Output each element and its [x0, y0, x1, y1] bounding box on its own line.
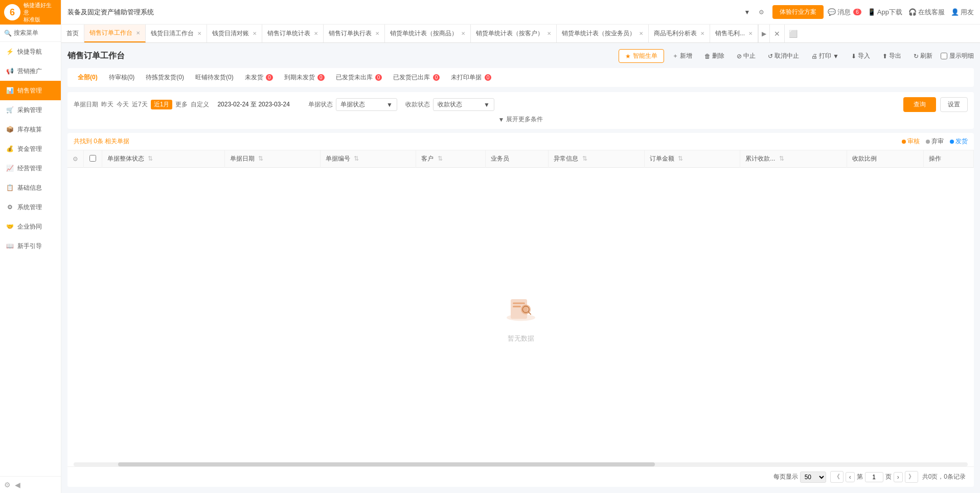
show-detail-label[interactable]: 显示明细: [941, 52, 974, 60]
col-header-collected[interactable]: 累计收款... ⇅: [740, 150, 847, 168]
sub-tab-shipped-not-out[interactable]: 已发货未出库 0: [331, 71, 388, 84]
horizontal-scrollbar[interactable]: [74, 462, 968, 466]
date-7days[interactable]: 近7天: [132, 100, 148, 109]
tab-cash-reconcile[interactable]: 钱货日清对账 ✕: [207, 25, 262, 42]
sub-tab-shop-pending[interactable]: 旺铺待发货(0): [190, 71, 239, 84]
logo-icon: 6: [4, 4, 20, 20]
page-prev-button[interactable]: ‹: [846, 472, 855, 482]
setting-button[interactable]: 设置: [940, 97, 968, 112]
sub-tab-unshipped[interactable]: 未发货 0: [240, 71, 278, 84]
sub-tab-shipped-out[interactable]: 已发货已出库 0: [388, 71, 445, 84]
sub-tab-pending-review[interactable]: 待审核(0): [104, 71, 140, 84]
unreview-action-button[interactable]: 弃审: [926, 137, 944, 146]
tab-close-by-customer[interactable]: ✕: [547, 31, 551, 36]
status-select[interactable]: 单据状态 ▼: [336, 98, 397, 111]
collapse-icon[interactable]: ◀: [15, 481, 20, 489]
sidebar-item-inventory[interactable]: 📦 库存核算: [0, 120, 61, 139]
online-service-button[interactable]: 🎧 在线客服: [908, 8, 945, 17]
scrollbar-thumb[interactable]: [118, 462, 654, 466]
stop-button[interactable]: ⊘ 中止: [733, 50, 760, 62]
page-number-input[interactable]: [865, 472, 883, 482]
sub-tab-pending-ship[interactable]: 待拣货发货(0): [141, 71, 189, 84]
tab-close-by-salesperson[interactable]: ✕: [639, 31, 643, 36]
tab-sales-by-customer[interactable]: 销货单统计表（按客户） ✕: [471, 25, 557, 42]
system-title: 装备及固定资产辅助管理系统: [67, 8, 740, 17]
select-all-checkbox[interactable]: [89, 155, 96, 162]
user-menu[interactable]: 👤 用友: [951, 8, 974, 17]
tab-close-sales-margin[interactable]: ✕: [748, 31, 753, 36]
tab-sales-by-salesperson[interactable]: 销货单统计表（按业务员） ✕: [557, 25, 649, 42]
tab-close-cash-reconcile[interactable]: ✕: [253, 31, 257, 36]
page-size-select[interactable]: 20 50 100: [800, 472, 826, 483]
tab-close-margin[interactable]: ✕: [700, 31, 704, 36]
add-button[interactable]: ＋ 新增: [668, 50, 696, 62]
col-settings[interactable]: ⚙: [67, 150, 84, 168]
sub-tab-all[interactable]: 全部(0): [73, 71, 103, 84]
settings-icon[interactable]: ⚙: [754, 5, 768, 19]
sidebar-item-finance[interactable]: 💰 资金管理: [0, 139, 61, 159]
page-last-button[interactable]: 》: [905, 471, 918, 483]
sub-tab-overdue-unshipped[interactable]: 到期未发货 0: [279, 71, 330, 84]
review-action-button[interactable]: 审核: [902, 137, 920, 146]
tab-sales-margin[interactable]: 销售毛利... ✕: [710, 25, 758, 42]
message-button[interactable]: 💬 消息 6: [828, 8, 861, 17]
import-button[interactable]: ⬇ 导入: [847, 50, 874, 62]
sidebar-item-collab[interactable]: 🤝 企业协同: [0, 217, 61, 236]
tab-sales-stats[interactable]: 销售订单统计表 ✕: [262, 25, 324, 42]
tab-close-cash-daily[interactable]: ✕: [197, 31, 201, 36]
sidebar-item-basic-info[interactable]: 📋 基础信息: [0, 178, 61, 197]
col-header-salesperson[interactable]: 业务员: [485, 150, 549, 168]
sub-tab-unprinted[interactable]: 未打印单据 0: [446, 71, 496, 84]
tab-close-sales-exec[interactable]: ✕: [375, 31, 379, 36]
date-today[interactable]: 今天: [117, 100, 129, 109]
cancel-stop-button[interactable]: ↺ 取消中止: [764, 50, 803, 62]
payment-select[interactable]: 收款状态 ▼: [433, 98, 494, 111]
tab-close-by-product[interactable]: ✕: [461, 31, 465, 36]
sidebar-item-system[interactable]: ⚙ 系统管理: [0, 197, 61, 217]
tab-close-sales-workbench[interactable]: ✕: [136, 30, 140, 36]
tab-cash-daily[interactable]: 钱货日清工作台 ✕: [146, 25, 207, 42]
query-button[interactable]: 查询: [903, 97, 936, 112]
tab-home[interactable]: 首页: [61, 25, 84, 42]
tab-restore[interactable]: ⬜: [784, 25, 802, 42]
sidebar-item-marketing[interactable]: 📢 营销推广: [0, 61, 61, 81]
page-first-button[interactable]: 《: [830, 471, 844, 483]
date-yesterday[interactable]: 昨天: [101, 100, 113, 109]
col-checkbox[interactable]: [84, 150, 102, 168]
date-1month[interactable]: 近1月: [151, 100, 173, 109]
settings-bottom-icon[interactable]: ⚙: [4, 481, 11, 489]
col-header-amount[interactable]: 订单金额 ⇅: [644, 150, 740, 168]
search-menu[interactable]: 🔍 搜索菜单: [0, 25, 61, 42]
industry-solution-button[interactable]: 体验行业方案: [772, 5, 824, 19]
delete-button[interactable]: 🗑 删除: [700, 50, 728, 62]
sidebar-item-quick-nav[interactable]: ⚡ 快捷导航: [0, 42, 61, 61]
show-detail-checkbox[interactable]: [941, 53, 947, 59]
date-more[interactable]: 更多: [175, 100, 188, 109]
app-download-button[interactable]: 📱 App下载: [868, 8, 902, 17]
system-dropdown[interactable]: ▼: [744, 9, 750, 16]
smart-create-button[interactable]: ★ 智能生单: [619, 49, 664, 63]
export-button[interactable]: ⬆ 导出: [878, 50, 905, 62]
col-header-customer[interactable]: 客户 ⇅: [416, 150, 485, 168]
print-button[interactable]: 🖨 打印 ▼: [807, 50, 843, 62]
ship-action-button[interactable]: 发货: [950, 137, 968, 146]
col-header-date[interactable]: 单据日期 ⇅: [224, 150, 320, 168]
tab-sales-exec[interactable]: 销售订单执行表 ✕: [324, 25, 385, 42]
expand-conditions-button[interactable]: ▼ 展开更多条件: [498, 112, 543, 124]
sidebar-item-purchase[interactable]: 🛒 采购管理: [0, 100, 61, 120]
tab-scroll-right[interactable]: ▶: [758, 25, 769, 42]
tab-close-sales-stats[interactable]: ✕: [314, 31, 318, 36]
col-header-operation: 操作: [924, 150, 974, 168]
col-header-abnormal[interactable]: 异常信息 ⇅: [549, 150, 644, 168]
sidebar-item-operations[interactable]: 📈 经营管理: [0, 159, 61, 178]
date-custom[interactable]: 自定义: [191, 100, 209, 109]
tab-sales-by-product[interactable]: 销货单统计表（按商品） ✕: [385, 25, 471, 42]
col-header-number[interactable]: 单据编号 ⇅: [320, 150, 416, 168]
sidebar-item-guide[interactable]: 📖 新手引导: [0, 236, 61, 256]
refresh-button[interactable]: ↻ 刷新: [909, 50, 937, 62]
sidebar-item-sales[interactable]: 📊 销售管理: [0, 81, 61, 100]
tab-margin-analysis[interactable]: 商品毛利分析表 ✕: [649, 25, 710, 42]
tab-close-all[interactable]: ✕: [769, 25, 784, 42]
tab-sales-workbench[interactable]: 销售订单工作台 ✕: [84, 25, 146, 42]
page-next-button[interactable]: ›: [894, 472, 903, 482]
